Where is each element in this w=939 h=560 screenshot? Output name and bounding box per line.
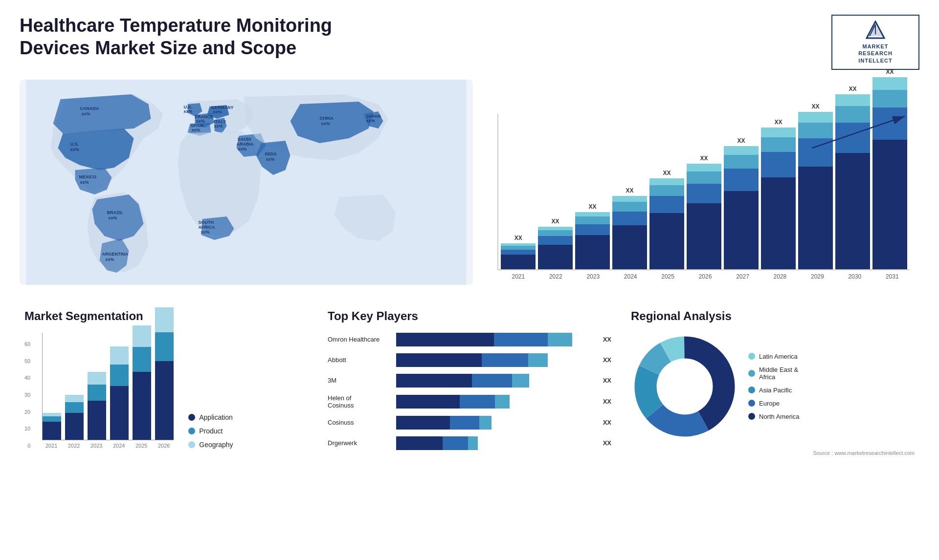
legend-europe-label: Europe [759,400,780,407]
legend-na-dot [748,413,755,420]
player-helen: Helen ofCosinuss XX [328,394,611,409]
legend-mea: Middle East &Africa [748,366,799,381]
svg-point-44 [658,360,712,413]
svg-line-38 [812,116,905,148]
seg-bar-2025 [133,325,151,440]
logo-text: MARKETRESEARCHINTELLECT [858,43,893,64]
players-title: Top Key Players [328,309,611,323]
svg-text:xx%: xx% [80,180,89,185]
logo-icon [866,21,885,40]
regional-section: Regional Analysis Lat [626,304,919,462]
page-title: Healthcare Temperature Monitoring Device… [20,15,386,59]
regional-legend: Latin America Middle East &Africa Asia P… [748,353,799,420]
player-3m-name: 3M [328,377,391,384]
player-drgerwerk: Drgerwerk XX [328,436,611,450]
legend-mea-dot [748,370,755,377]
legend-product-dot [188,428,195,434]
svg-text:xx%: xx% [184,109,193,114]
svg-text:xx%: xx% [192,128,201,132]
legend-product: Product [188,427,233,435]
map-svg: CANADA xx% U.S. xx% MEXICO xx% BRAZIL xx… [20,80,473,285]
seg-bars [42,333,174,440]
svg-text:xx%: xx% [82,111,90,116]
bar-chart: XX XX [488,80,919,285]
seg-bar-2021 [43,413,61,440]
player-abbott-bar [396,353,594,367]
svg-text:INDIA: INDIA [265,151,277,156]
legend-application-dot [188,414,195,421]
player-cosinuss: Cosinuss XX [328,416,611,430]
legend-latin-dot [748,353,755,360]
svg-text:xx%: xx% [321,121,330,126]
player-3m: 3M XX [328,374,611,388]
svg-text:AFRICA: AFRICA [199,225,215,230]
player-3m-bar [396,374,594,388]
legend-application-label: Application [199,413,233,421]
svg-text:xx%: xx% [109,215,117,220]
trend-arrow [812,114,910,153]
bar-2031: XX [872,68,907,269]
player-abbott: Abbott XX [328,353,611,367]
svg-text:xx%: xx% [213,109,222,114]
bar-2022: XX [538,218,573,269]
legend-latin-america: Latin America [748,353,799,360]
svg-text:xx%: xx% [201,230,210,235]
svg-text:xx%: xx% [106,257,114,262]
legend-asia-dot [748,387,755,393]
svg-text:xx%: xx% [366,118,375,123]
player-abbott-val: XX [603,356,611,364]
seg-bar-2024 [110,346,129,440]
bar-2028: XX [761,119,796,269]
player-drgerwerk-bar [396,436,594,450]
legend-europe-dot [748,400,755,407]
segmentation-section: Market Segmentation 60 50 40 30 20 10 0 [20,304,313,462]
bar-2021: XX [501,235,536,269]
player-cosinuss-name: Cosinuss [328,419,391,426]
svg-text:SOUTH: SOUTH [199,220,214,225]
top-section: CANADA xx% U.S. xx% MEXICO xx% BRAZIL xx… [20,80,919,285]
bar-2027: XX [724,137,759,269]
player-cosinuss-val: XX [603,419,611,426]
world-map: CANADA xx% U.S. xx% MEXICO xx% BRAZIL xx… [20,80,473,285]
seg-x-labels: 2021 2022 2023 2024 2025 2026 [42,443,174,449]
bar-2025: XX [649,170,684,269]
svg-text:xx%: xx% [214,124,223,129]
source-text: Source : www.marketresearchintellect.com [631,450,915,456]
svg-text:ARABIA: ARABIA [237,142,254,147]
logo: MARKETRESEARCHINTELLECT [831,15,919,70]
player-drgerwerk-name: Drgerwerk [328,439,391,447]
player-abbott-name: Abbott [328,356,391,364]
player-helen-bar [396,395,594,409]
player-helen-name: Helen ofCosinuss [328,394,391,409]
legend-na-label: North America [759,413,799,420]
legend-geography-label: Geography [199,441,233,449]
player-omron-val: XX [603,336,611,343]
svg-text:xx%: xx% [266,157,275,162]
player-cosinuss-bar [396,416,594,430]
bottom-section: Market Segmentation 60 50 40 30 20 10 0 [20,304,919,462]
svg-text:xx%: xx% [70,147,79,152]
page-header: Healthcare Temperature Monitoring Device… [20,15,919,70]
legend-geography: Geography [188,441,233,449]
player-omron-name: Omron Healthcare [328,336,391,343]
legend-mea-label: Middle East &Africa [759,366,798,381]
legend-geography-dot [188,441,195,448]
player-helen-val: XX [603,398,611,405]
donut-area: Latin America Middle East &Africa Asia P… [631,333,915,440]
svg-text:BRAZIL: BRAZIL [107,210,123,215]
svg-text:U.S.: U.S. [70,142,79,147]
player-3m-val: XX [603,377,611,384]
donut-chart [631,333,738,440]
svg-text:CANADA: CANADA [80,106,99,111]
bar-2026: XX [687,155,721,269]
bar-2030: XX [835,86,870,269]
seg-y-axis: 60 50 40 30 20 10 0 [24,341,32,449]
bar-2023: XX [575,203,610,269]
svg-text:MEXICO: MEXICO [79,174,97,179]
legend-product-label: Product [199,427,223,435]
legend-asia-pacific: Asia Pacific [748,387,799,394]
legend-europe: Europe [748,400,799,407]
player-omron: Omron Healthcare XX [328,333,611,346]
bar-2024: XX [612,187,647,269]
regional-title: Regional Analysis [631,309,915,323]
